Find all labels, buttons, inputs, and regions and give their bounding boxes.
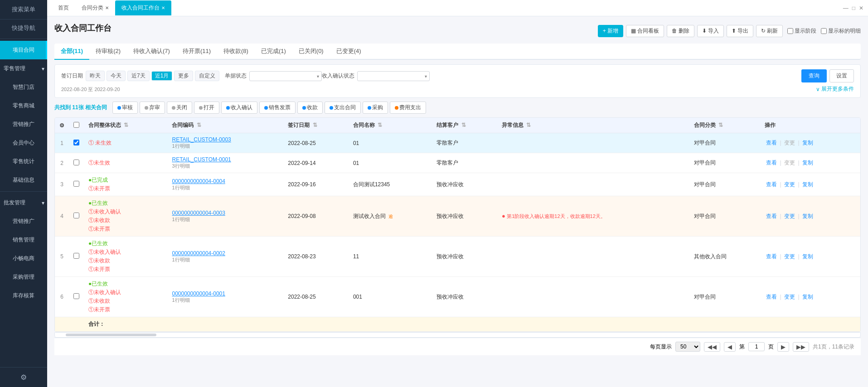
- window-maximize[interactable]: □: [852, 5, 855, 11]
- tab-contract-type-close[interactable]: ✕: [105, 5, 109, 10]
- next-page-btn[interactable]: ▶: [777, 342, 789, 352]
- sidebar-item-basic-info[interactable]: 基础信息: [0, 171, 47, 189]
- sidebar-item-retail-stats[interactable]: 零售统计: [0, 152, 47, 171]
- contract-link-6[interactable]: 0000000000004-0001: [172, 290, 225, 297]
- filter-tab-done[interactable]: 已完成(1): [255, 44, 292, 60]
- action-cost-out[interactable]: 费用支出: [390, 102, 426, 114]
- action-expense-out[interactable]: 支出合同: [325, 102, 361, 114]
- sidebar-item-purchase-mgmt[interactable]: 采购管理: [0, 268, 47, 286]
- action-close[interactable]: 关闭: [167, 102, 192, 114]
- tab-contract-type[interactable]: 合同分类 ✕: [75, 0, 115, 15]
- sidebar-item-marketing2[interactable]: 营销推广: [0, 212, 47, 231]
- op-change-2[interactable]: 变更: [783, 160, 796, 166]
- date-btn-custom[interactable]: 自定义: [195, 71, 219, 81]
- contract-link-4[interactable]: 0000000000004-0003: [172, 210, 225, 216]
- sidebar-item-marketing[interactable]: 营销推广: [0, 115, 47, 134]
- income-confirm-select[interactable]: [357, 71, 430, 81]
- doc-status-select[interactable]: [249, 71, 322, 81]
- sidebar-quick-nav[interactable]: 快捷导航: [0, 19, 47, 37]
- action-abandon[interactable]: 弃审: [140, 102, 165, 114]
- op-copy-6[interactable]: 复制: [801, 294, 815, 300]
- sort-icon-1[interactable]: ⇅: [124, 122, 128, 128]
- date-btn-7days[interactable]: 近7天: [127, 71, 150, 81]
- sidebar-item-smart-store[interactable]: 智慧门店: [0, 78, 47, 97]
- first-page-btn[interactable]: ◀◀: [704, 342, 720, 352]
- sidebar-item-wholesale-mgmt[interactable]: 批发管理 ▾: [0, 194, 47, 212]
- window-close[interactable]: ✕: [859, 5, 863, 11]
- row-checkbox-6[interactable]: [69, 277, 84, 317]
- filter-tab-pending-receipt[interactable]: 待收款(8): [217, 44, 255, 60]
- op-copy-5[interactable]: 复制: [801, 253, 815, 260]
- prev-page-btn[interactable]: ◀: [724, 342, 736, 352]
- sort-icon-4[interactable]: ⇅: [378, 122, 382, 128]
- sidebar-item-sales-mgmt[interactable]: 销售管理: [0, 231, 47, 249]
- col-checkbox[interactable]: [69, 118, 84, 133]
- row-checkbox-3[interactable]: [69, 173, 84, 196]
- filter-tab-pending-review[interactable]: 待审核(2): [89, 44, 127, 60]
- show-details-checkbox-label[interactable]: 显示标的明细: [821, 27, 861, 35]
- window-minimize[interactable]: —: [843, 5, 849, 11]
- sidebar-item-xiaochang-ec[interactable]: 小畅电商: [0, 249, 47, 268]
- page-input[interactable]: [748, 342, 765, 351]
- contract-link-2[interactable]: RETAIL_CUSTOM-0001: [172, 156, 231, 163]
- op-change-1[interactable]: 变更: [783, 140, 796, 146]
- op-view-2[interactable]: 查看: [765, 160, 778, 166]
- show-details-checkbox[interactable]: [821, 28, 827, 34]
- scrollbar-thumb[interactable]: [66, 334, 156, 336]
- row-checkbox-1[interactable]: [69, 133, 84, 153]
- action-review[interactable]: 审核: [112, 102, 138, 114]
- row-checkbox-2[interactable]: [69, 153, 84, 173]
- contract-link-1[interactable]: RETAIL_CUSTOM-0003: [172, 136, 231, 143]
- sort-icon-7[interactable]: ⇅: [718, 122, 723, 128]
- export-button[interactable]: ⬆ 导出: [727, 25, 753, 37]
- action-sales-invoice[interactable]: 销售发票: [259, 102, 296, 114]
- horizontal-scrollbar[interactable]: [54, 332, 861, 338]
- op-view-1[interactable]: 查看: [765, 140, 778, 146]
- action-income-confirm[interactable]: 收入确认: [221, 102, 257, 114]
- op-change-4[interactable]: 变更: [783, 213, 796, 219]
- show-stages-checkbox[interactable]: [787, 28, 793, 34]
- op-change-5[interactable]: 变更: [783, 253, 796, 260]
- page-size-select[interactable]: 10 20 50 100: [675, 342, 700, 352]
- col-settings[interactable]: ⚙: [55, 118, 69, 133]
- op-copy-1[interactable]: 复制: [801, 140, 815, 146]
- sort-icon-5[interactable]: ⇅: [461, 122, 466, 128]
- op-copy-4[interactable]: 复制: [801, 213, 815, 219]
- op-view-3[interactable]: 查看: [765, 181, 778, 188]
- sort-icon-6[interactable]: ⇅: [526, 122, 531, 128]
- op-change-3[interactable]: 变更: [783, 181, 796, 188]
- sidebar-search[interactable]: 搜索菜单: [0, 0, 47, 19]
- query-button[interactable]: 查询: [801, 69, 827, 82]
- new-button[interactable]: + 新增: [598, 25, 623, 37]
- filter-tab-closed[interactable]: 已关闭(0): [292, 44, 330, 60]
- op-view-5[interactable]: 查看: [765, 253, 778, 260]
- op-change-6[interactable]: 变更: [783, 294, 796, 300]
- filter-tab-changed[interactable]: 已变更(4): [330, 44, 368, 60]
- op-view-4[interactable]: 查看: [765, 213, 778, 219]
- filter-tab-pending-invoice[interactable]: 待开票(11): [176, 44, 217, 60]
- date-btn-today[interactable]: 今天: [107, 71, 126, 81]
- date-btn-yesterday[interactable]: 昨天: [86, 71, 105, 81]
- op-copy-3[interactable]: 复制: [801, 181, 815, 188]
- sidebar-item-member-center[interactable]: 会员中心: [0, 134, 47, 152]
- row-checkbox-5[interactable]: [69, 237, 84, 277]
- op-copy-2[interactable]: 复制: [801, 160, 815, 166]
- expand-button[interactable]: ∨ 展开更多条件: [816, 85, 854, 93]
- sidebar-item-retail-mall[interactable]: 零售商城: [0, 97, 47, 115]
- sort-icon-3[interactable]: ⇅: [313, 122, 317, 128]
- refresh-button[interactable]: ↻ 刷新: [756, 25, 783, 37]
- contract-board-button[interactable]: ▦ 合同看板: [626, 25, 664, 37]
- op-view-6[interactable]: 查看: [765, 294, 778, 300]
- delete-button[interactable]: 🗑 删除: [667, 25, 694, 37]
- tab-income-workbench[interactable]: 收入合同工作台 ✕: [115, 0, 171, 15]
- row-checkbox-4[interactable]: [69, 196, 84, 237]
- last-page-btn[interactable]: ▶▶: [793, 342, 809, 352]
- show-stages-checkbox-label[interactable]: 显示阶段: [787, 27, 816, 35]
- sidebar-settings[interactable]: ⚙: [0, 367, 47, 387]
- tab-home[interactable]: 首页: [52, 0, 75, 15]
- date-btn-more[interactable]: 更多: [174, 71, 193, 81]
- action-open[interactable]: 打开: [194, 102, 219, 114]
- contract-link-3[interactable]: 0000000000004-0004: [172, 178, 225, 184]
- filter-tab-pending-income[interactable]: 待收入确认(7): [127, 44, 176, 60]
- sort-icon-2[interactable]: ⇅: [197, 122, 201, 128]
